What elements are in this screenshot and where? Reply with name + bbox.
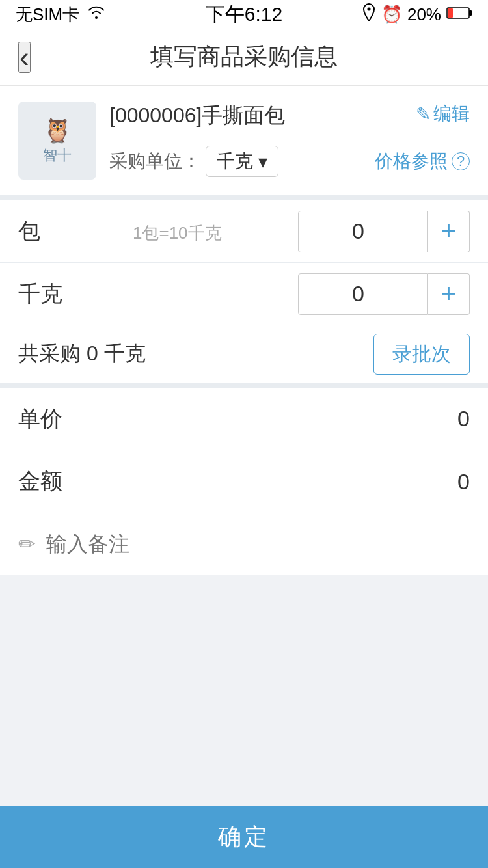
bao-plus-button[interactable]: + <box>428 211 470 252</box>
product-logo: 🦉 智十 <box>43 116 72 165</box>
kg-label: 千克 <box>18 279 122 309</box>
status-left: 无SIM卡 <box>16 3 107 26</box>
batch-button[interactable]: 录批次 <box>373 334 470 375</box>
status-bar: 无SIM卡 下午6:12 ⏰ 20% <box>0 0 488 29</box>
location-icon <box>362 3 376 26</box>
svg-point-0 <box>367 7 370 10</box>
quantity-row-bao: 包 1包=10千克 + <box>0 200 488 263</box>
product-image: 🦉 智十 <box>18 102 96 180</box>
product-info: [0000006]手撕面包 ✎ 编辑 采购单位： 千克 ▾ 价格参照 ? <box>109 102 470 177</box>
pencil-icon: ✏ <box>18 532 36 556</box>
nav-title: 填写商品采购信息 <box>150 41 338 73</box>
amount-value: 0 <box>457 469 470 495</box>
unit-price-label: 单价 <box>18 404 62 434</box>
remark-section: ✏ <box>0 513 488 575</box>
nav-bar: ‹ 填写商品采购信息 <box>0 29 488 86</box>
svg-rect-2 <box>469 10 472 16</box>
bao-label: 包 <box>18 217 122 247</box>
price-section: 单价 0 金额 0 <box>0 388 488 513</box>
quantity-section: 包 1包=10千克 + 千克 + <box>0 200 488 325</box>
bottom-bar: 确定 <box>0 806 488 868</box>
kg-plus-button[interactable]: + <box>428 273 470 315</box>
total-row: 共采购 0 千克 录批次 <box>0 325 488 388</box>
product-name: [0000006]手撕面包 <box>109 102 285 130</box>
bao-input-wrap: + <box>222 211 470 252</box>
unit-value: 千克 <box>217 149 253 174</box>
amount-row: 金额 0 <box>0 450 488 513</box>
battery-icon <box>446 5 472 25</box>
edit-icon: ✎ <box>416 103 431 125</box>
svg-rect-3 <box>448 8 453 18</box>
quantity-row-kg: 千克 + <box>0 263 488 325</box>
product-header: [0000006]手撕面包 ✎ 编辑 <box>109 102 470 130</box>
bao-input[interactable] <box>298 211 428 252</box>
confirm-button[interactable]: 确定 <box>0 806 488 868</box>
kg-input-wrap: + <box>122 273 470 315</box>
price-ref-label: 价格参照 <box>375 149 448 174</box>
main-content: 🦉 智十 [0000006]手撕面包 ✎ 编辑 采购单位： 千克 ▾ <box>0 86 488 868</box>
bao-sublabel: 1包=10千克 <box>133 222 222 245</box>
price-ref-icon: ? <box>452 152 470 170</box>
unit-price-value: 0 <box>457 406 470 431</box>
price-ref-button[interactable]: 价格参照 ? <box>375 149 470 174</box>
status-right: ⏰ 20% <box>362 3 472 26</box>
product-card: 🦉 智十 [0000006]手撕面包 ✎ 编辑 采购单位： 千克 ▾ <box>0 86 488 200</box>
wifi-icon <box>86 5 107 25</box>
edit-label: 编辑 <box>433 102 470 126</box>
carrier-text: 无SIM卡 <box>16 3 79 26</box>
purchase-unit-row: 采购单位： 千克 ▾ 价格参照 ? <box>109 146 470 177</box>
kg-input[interactable] <box>298 273 428 315</box>
amount-label: 金额 <box>18 467 62 496</box>
total-text: 共采购 0 千克 <box>18 340 146 368</box>
alarm-icon: ⏰ <box>381 5 402 25</box>
dropdown-arrow: ▾ <box>258 151 267 172</box>
back-button[interactable]: ‹ <box>18 42 31 73</box>
battery-text: 20% <box>407 5 441 25</box>
unit-selector[interactable]: 千克 ▾ <box>206 146 278 177</box>
unit-price-row: 单价 0 <box>0 388 488 450</box>
edit-button[interactable]: ✎ 编辑 <box>416 102 470 126</box>
purchase-unit-label: 采购单位： <box>109 149 200 174</box>
remark-input[interactable] <box>46 532 470 556</box>
status-time: 下午6:12 <box>206 1 282 28</box>
